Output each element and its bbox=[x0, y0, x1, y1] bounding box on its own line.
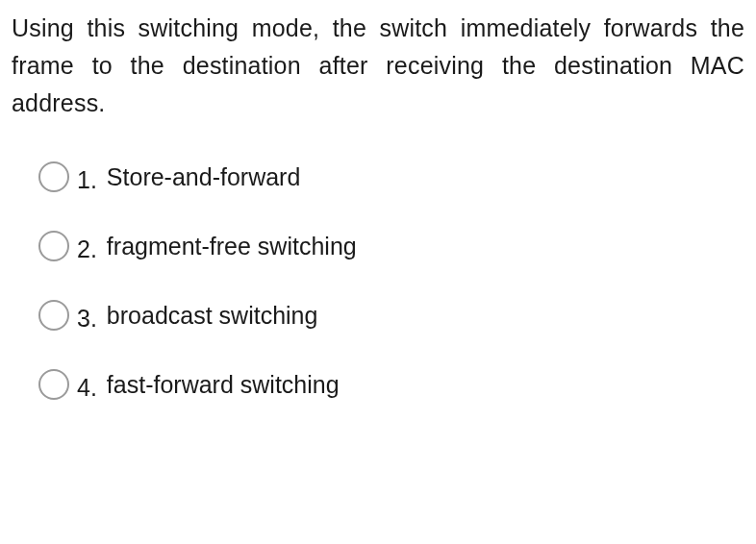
radio-icon[interactable] bbox=[38, 300, 69, 331]
option-label: fast-forward switching bbox=[107, 370, 340, 399]
option-number: 4. bbox=[77, 376, 97, 400]
option-label: broadcast switching bbox=[107, 301, 318, 330]
option-row-3[interactable]: 3. broadcast switching bbox=[38, 300, 744, 331]
option-label: fragment-free switching bbox=[107, 232, 357, 260]
option-number: 3. bbox=[77, 307, 97, 331]
radio-icon[interactable] bbox=[38, 161, 69, 192]
option-row-2[interactable]: 2. fragment-free switching bbox=[38, 231, 744, 261]
option-row-1[interactable]: 1. Store-and-forward bbox=[38, 161, 744, 192]
question-text: Using this switching mode, the switch im… bbox=[12, 10, 744, 121]
radio-icon[interactable] bbox=[38, 369, 69, 400]
option-number: 1. bbox=[77, 168, 97, 192]
option-row-4[interactable]: 4. fast-forward switching bbox=[38, 369, 744, 400]
options-list: 1. Store-and-forward 2. fragment-free sw… bbox=[12, 161, 744, 400]
option-number: 2. bbox=[77, 237, 97, 261]
radio-icon[interactable] bbox=[38, 231, 69, 261]
option-label: Store-and-forward bbox=[107, 162, 300, 191]
